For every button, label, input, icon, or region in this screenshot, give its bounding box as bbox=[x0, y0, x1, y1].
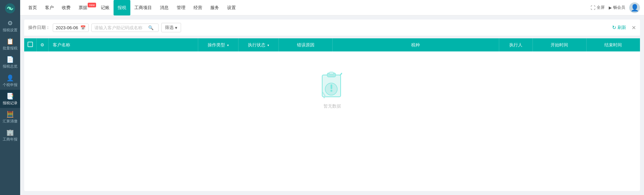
search-box[interactable]: 🔍 bbox=[91, 24, 159, 32]
nav-customer[interactable]: 客户 bbox=[41, 0, 58, 15]
col-header-error: 错误原因 bbox=[279, 38, 333, 51]
sidebar: ⚙ 报税设置 📋 批量报税 📄 报税总览 👤 个税申报 📑 报税记录 🧮 汇算清… bbox=[0, 0, 20, 195]
sidebar-item-calc-tax[interactable]: 🧮 汇算清缴 bbox=[0, 108, 20, 126]
annual-report-icon: 🏢 bbox=[6, 129, 14, 136]
toolbar: 操作日期： 2023-06-06 📅 🔍 筛选 ▾ ↻ 刷新 ✕ bbox=[24, 20, 640, 36]
nav-billing[interactable]: 收费 bbox=[58, 0, 75, 15]
sidebar-item-label: 汇算清缴 bbox=[3, 119, 17, 123]
empty-text: 暂无数据 bbox=[324, 103, 341, 109]
empty-state: 暂无数据 bbox=[24, 51, 640, 123]
col-header-name: 客户名称 bbox=[48, 38, 198, 51]
avatar[interactable]: 👤 bbox=[629, 2, 640, 13]
col-header-executor: 执行人 bbox=[499, 38, 532, 51]
nav-manage[interactable]: 管理 bbox=[173, 0, 189, 15]
search-input[interactable] bbox=[94, 25, 148, 30]
fullscreen-icon: ⛶ bbox=[591, 5, 595, 10]
records-table: ⚙ 客户名称 操作类型 ▾ 执行状态 ▾ bbox=[24, 38, 640, 51]
tax-overview-icon: 📄 bbox=[6, 56, 14, 63]
sidebar-item-batch-tax[interactable]: 📋 批量报税 bbox=[0, 35, 20, 53]
status-filter-icon[interactable]: ▾ bbox=[267, 43, 269, 47]
sidebar-item-tax-records[interactable]: 📑 报税记录 bbox=[0, 90, 20, 108]
filter-button[interactable]: 筛选 ▾ bbox=[161, 23, 181, 32]
col-header-end: 结束时间 bbox=[586, 38, 640, 51]
sidebar-item-label: 报税设置 bbox=[3, 28, 17, 32]
sidebar-item-tax-settings[interactable]: ⚙ 报税设置 bbox=[0, 17, 20, 35]
top-nav: 首页 客户 收费 票据 new 记账 报税 工商项目 消息 管理 经营 bbox=[20, 0, 644, 15]
sidebar-item-label: 个税申报 bbox=[3, 83, 17, 87]
video-icon: ▶ bbox=[609, 5, 612, 10]
col-header-checkbox[interactable] bbox=[24, 38, 36, 51]
table-container: ⚙ 客户名称 操作类型 ▾ 执行状态 ▾ bbox=[24, 38, 640, 191]
refresh-icon: ↻ bbox=[612, 25, 616, 31]
sidebar-item-personal-tax[interactable]: 👤 个税申报 bbox=[0, 72, 20, 90]
batch-tax-icon: 📋 bbox=[6, 38, 14, 45]
nav-invoice[interactable]: 票据 new bbox=[75, 0, 97, 15]
personal-tax-icon: 👤 bbox=[6, 74, 14, 82]
op-type-filter-icon[interactable]: ▾ bbox=[227, 43, 229, 47]
sidebar-item-label: 报税总览 bbox=[3, 64, 17, 69]
sidebar-item-annual-report[interactable]: 🏢 工商年报 bbox=[0, 126, 20, 144]
calc-tax-icon: 🧮 bbox=[6, 111, 14, 118]
col-header-gear[interactable]: ⚙ bbox=[36, 38, 48, 51]
fullscreen-btn[interactable]: ⛶ 全屏 bbox=[591, 5, 605, 10]
col-header-tax: 税种 bbox=[333, 38, 499, 51]
nav-service[interactable]: 服务 bbox=[206, 0, 223, 15]
header-checkbox[interactable] bbox=[28, 42, 33, 47]
gear-icon: ⚙ bbox=[40, 42, 44, 47]
main-area: 首页 客户 收费 票据 new 记账 报税 工商项目 消息 管理 经营 bbox=[20, 0, 644, 195]
svg-rect-6 bbox=[329, 72, 334, 74]
nav-operations[interactable]: 经营 bbox=[189, 0, 206, 15]
new-badge: new bbox=[88, 3, 96, 8]
sidebar-item-label: 报税记录 bbox=[3, 101, 17, 105]
sidebar-item-tax-overview[interactable]: 📄 报税总览 bbox=[0, 53, 20, 71]
logo[interactable] bbox=[0, 0, 20, 17]
nav-right: ⛶ 全屏 ▶ 畅会员 👤 bbox=[591, 2, 640, 13]
chevron-down-icon: ▾ bbox=[175, 25, 177, 30]
svg-point-9 bbox=[330, 90, 332, 92]
calendar-icon: 📅 bbox=[80, 25, 86, 30]
tax-settings-icon: ⚙ bbox=[7, 20, 13, 27]
col-header-op-type: 操作类型 ▾ bbox=[198, 38, 239, 51]
search-icon: 🔍 bbox=[148, 25, 154, 30]
nav-accounting[interactable]: 记账 bbox=[97, 0, 114, 15]
content-area: 操作日期： 2023-06-06 📅 🔍 筛选 ▾ ↻ 刷新 ✕ bbox=[20, 15, 644, 195]
nav-home[interactable]: 首页 bbox=[24, 0, 41, 15]
nav-tax[interactable]: 报税 bbox=[114, 0, 130, 15]
col-header-status: 执行状态 ▾ bbox=[239, 38, 279, 51]
member-btn[interactable]: ▶ 畅会员 bbox=[609, 5, 625, 10]
close-button[interactable]: ✕ bbox=[632, 25, 636, 31]
svg-marker-11 bbox=[323, 97, 326, 99]
sidebar-item-label: 批量报税 bbox=[3, 46, 17, 50]
sidebar-item-label: 工商年报 bbox=[3, 137, 17, 142]
date-value: 2023-06-06 bbox=[56, 25, 78, 30]
date-label: 操作日期： bbox=[28, 25, 50, 31]
nav-settings[interactable]: 设置 bbox=[223, 0, 240, 15]
tax-records-icon: 📑 bbox=[6, 92, 14, 100]
svg-rect-8 bbox=[331, 84, 332, 89]
nav-message[interactable]: 消息 bbox=[156, 0, 173, 15]
empty-illustration bbox=[315, 65, 349, 102]
nav-industry[interactable]: 工商项目 bbox=[130, 0, 156, 15]
refresh-button[interactable]: ↻ 刷新 bbox=[612, 25, 626, 31]
date-picker[interactable]: 2023-06-06 📅 bbox=[53, 24, 89, 32]
svg-point-1 bbox=[9, 7, 11, 10]
col-header-start: 开始时间 bbox=[532, 38, 586, 51]
